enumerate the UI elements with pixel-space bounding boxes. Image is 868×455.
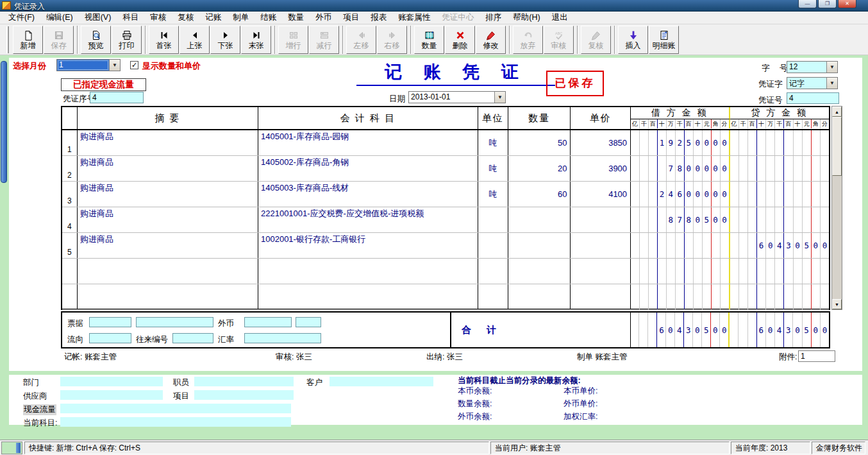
- menu-item-0[interactable]: 文件(F): [3, 12, 40, 24]
- account-cell[interactable]: [258, 259, 478, 284]
- credit-cell[interactable]: [730, 182, 829, 207]
- close-button[interactable]: ✕: [838, 0, 856, 8]
- menu-item-9[interactable]: 数量: [282, 12, 310, 24]
- unit-cell[interactable]: [478, 284, 508, 309]
- unit-cell[interactable]: [478, 207, 508, 232]
- debit-cell[interactable]: [631, 259, 730, 284]
- summary-cell[interactable]: 购进商品: [78, 130, 258, 155]
- current-account-input[interactable]: [60, 417, 291, 427]
- unit-cell[interactable]: [478, 233, 508, 258]
- price-cell[interactable]: [571, 207, 631, 232]
- chevron-down-icon[interactable]: ▼: [109, 60, 120, 71]
- scrollbar-thumb[interactable]: [832, 117, 842, 176]
- counter-no-input[interactable]: [172, 333, 213, 343]
- toolbar-button-0[interactable]: 新增: [13, 26, 43, 54]
- debit-cell[interactable]: [631, 284, 730, 309]
- price-cell[interactable]: [571, 233, 631, 258]
- qty-cell[interactable]: [508, 233, 571, 258]
- toolbar-button-2[interactable]: 预览: [81, 26, 111, 54]
- menu-item-11[interactable]: 项目: [337, 12, 365, 24]
- scroll-down-icon[interactable]: ▼: [832, 299, 842, 309]
- month-select[interactable]: 1 ▼: [56, 59, 121, 71]
- toolbar-button-5[interactable]: 上张: [179, 26, 210, 54]
- unit-cell[interactable]: 吨: [478, 182, 508, 207]
- summary-cell[interactable]: 购进商品: [78, 182, 258, 207]
- qty-cell[interactable]: 50: [508, 130, 571, 155]
- bill-input-2[interactable]: [136, 317, 213, 327]
- fx-input-2[interactable]: [296, 317, 321, 327]
- grid-scrollbar[interactable]: ▲ ▼: [831, 106, 842, 310]
- unit-cell[interactable]: 吨: [478, 130, 508, 155]
- debit-cell[interactable]: 19250000: [631, 130, 730, 155]
- maximize-button[interactable]: ❐: [818, 0, 837, 8]
- account-cell[interactable]: 1002001-银行存款-工商银行: [258, 233, 478, 258]
- toolbar-button-14[interactable]: 修改: [476, 26, 506, 54]
- menu-item-17[interactable]: 退出: [546, 12, 574, 24]
- menu-item-6[interactable]: 记账: [199, 12, 227, 24]
- summary-cell[interactable]: 购进商品: [78, 207, 258, 232]
- show-qty-checkbox[interactable]: ✓: [130, 61, 138, 69]
- menu-item-7[interactable]: 制单: [227, 12, 255, 24]
- price-cell[interactable]: 4100: [571, 182, 631, 207]
- summary-cell[interactable]: 购进商品: [78, 233, 258, 258]
- chevron-down-icon[interactable]: ▼: [826, 78, 837, 89]
- credit-cell[interactable]: [730, 156, 829, 181]
- toolbar-button-3[interactable]: 打印: [112, 26, 142, 54]
- credit-cell[interactable]: [730, 207, 829, 232]
- toolbar-grip[interactable]: [6, 26, 9, 53]
- debit-cell[interactable]: 24600000: [631, 182, 730, 207]
- chevron-down-icon[interactable]: ▼: [826, 62, 837, 73]
- scroll-up-icon[interactable]: ▲: [832, 107, 842, 117]
- credit-cell[interactable]: [730, 284, 829, 309]
- zihao-select[interactable]: 12 ▼: [787, 61, 838, 73]
- qty-cell[interactable]: 20: [508, 156, 571, 181]
- dept-input[interactable]: [60, 377, 163, 386]
- account-cell[interactable]: 1405001-库存商品-园钢: [258, 130, 478, 155]
- left-scrollbar-thumb[interactable]: [1, 61, 7, 183]
- fx-input-1[interactable]: [244, 317, 292, 327]
- price-cell[interactable]: 3900: [571, 156, 631, 181]
- credit-cell[interactable]: 60430500: [730, 233, 829, 258]
- account-cell[interactable]: [258, 284, 478, 309]
- price-cell[interactable]: [571, 259, 631, 284]
- unit-cell[interactable]: 吨: [478, 156, 508, 181]
- price-cell[interactable]: [571, 284, 631, 309]
- toolbar-button-19[interactable]: 明细账: [649, 26, 679, 54]
- toolbar-button-7[interactable]: 末张: [241, 26, 271, 54]
- toolbar-button-18[interactable]: 插入: [618, 26, 648, 54]
- summary-cell[interactable]: [78, 284, 258, 309]
- cashflow-input[interactable]: [60, 404, 291, 413]
- credit-cell[interactable]: [730, 259, 829, 284]
- price-cell[interactable]: 3850: [571, 130, 631, 155]
- toolbar-button-12[interactable]: 数量: [414, 26, 444, 54]
- flow-input[interactable]: [89, 333, 131, 343]
- attachment-input[interactable]: 1: [798, 350, 835, 362]
- date-select[interactable]: 2013-01-01 ▼: [408, 91, 506, 103]
- project-input[interactable]: [194, 390, 294, 400]
- menu-item-15[interactable]: 排序: [480, 12, 507, 24]
- summary-cell[interactable]: 购进商品: [78, 156, 258, 181]
- voucher-word-select[interactable]: 记字 ▼: [787, 77, 838, 89]
- menu-item-8[interactable]: 结账: [255, 12, 282, 24]
- toolbar-button-4[interactable]: 首张: [149, 26, 179, 54]
- rate-input[interactable]: [244, 333, 321, 343]
- menu-item-10[interactable]: 外币: [310, 12, 337, 24]
- unit-cell[interactable]: [478, 259, 508, 284]
- summary-cell[interactable]: [78, 259, 258, 284]
- bill-input-1[interactable]: [89, 317, 131, 327]
- menu-item-16[interactable]: 帮助(H): [507, 12, 546, 24]
- debit-cell[interactable]: [631, 233, 730, 258]
- account-cell[interactable]: 1405002-库存商品-角钢: [258, 156, 478, 181]
- menu-item-2[interactable]: 视图(V): [79, 12, 117, 24]
- minimize-button[interactable]: —: [798, 0, 817, 8]
- menu-item-5[interactable]: 复核: [172, 12, 199, 24]
- account-cell[interactable]: 2221001001-应交税费-应交增值税-进项税额: [258, 207, 478, 232]
- serial-input[interactable]: 4: [90, 92, 144, 103]
- qty-cell[interactable]: 60: [508, 182, 571, 207]
- menu-item-3[interactable]: 科目: [117, 12, 144, 24]
- debit-cell[interactable]: 7800000: [631, 156, 730, 181]
- staff-input[interactable]: [194, 377, 294, 386]
- qty-cell[interactable]: [508, 284, 571, 309]
- menu-item-12[interactable]: 报表: [365, 12, 392, 24]
- account-cell[interactable]: 1405003-库存商品-线材: [258, 182, 478, 207]
